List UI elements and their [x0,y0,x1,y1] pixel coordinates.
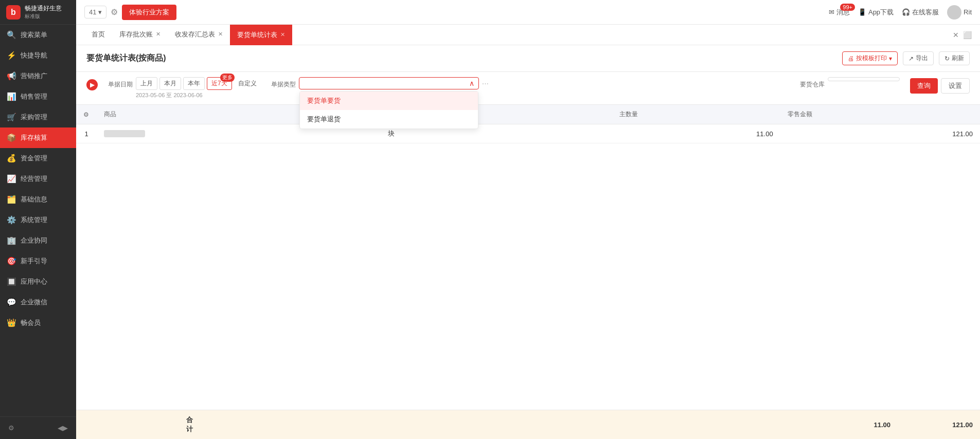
sidebar-icon-basic: 🗂️ [6,194,16,205]
sidebar-icon-member: 👑 [6,318,16,328]
filter-actions: 查询 设置 [910,78,970,94]
topbar-right: ✉ 消息 99+ 📱 App下载 🎧 在线客服 Rit [829,5,972,20]
settings-btn[interactable]: ⚙ [6,422,16,434]
th-qty: 主数量 [612,105,780,124]
sidebar-item-search[interactable]: 🔍搜索菜单 [0,25,76,45]
tabs-container: 首页库存批次账✕收发存汇总表✕要货单统计表✕ [84,25,292,45]
last-month-btn[interactable]: 上月 [136,77,157,90]
date-filter-options: 上月 本月 本年 近7天 更多 自定义 2023-05-06 至 2023-06… [136,77,261,99]
sidebar-label-purchase: 采购管理 [21,113,47,122]
sidebar-logo: b 畅捷通好生意 标准版 [0,0,76,25]
sidebar-item-wechat[interactable]: 💬企业微信 [0,292,76,313]
template-print-button[interactable]: 🖨 按模板打印 ▾ [842,51,898,65]
tabs-bar: 首页库存批次账✕收发存汇总表✕要货单统计表✕ ✕ ⬜ [76,25,980,45]
sidebar-icon-purchase: 🛒 [6,112,16,122]
table-body: 1 块 11.00 121.00 [76,124,980,143]
collapse-btn[interactable]: ◀▶ [56,422,70,434]
online-service-badge[interactable]: 🎧 在线客服 [902,8,939,17]
sidebar-item-operations[interactable]: 📈经营管理 [0,169,76,189]
export-icon: ↗ [908,55,914,62]
sidebar-icon-apps: 🔲 [6,277,16,287]
date-range-text: 2023-05-06 至 2023-06-06 [136,92,261,99]
tab-label-order-summary: 要货单统计表 [237,30,277,40]
type-filter-caret-icon[interactable]: ∧ [469,79,474,87]
tab-label-batch-inventory: 库存批次账 [119,30,153,39]
type-filter-input-wrap[interactable]: ∧ 要货单要货 要货单退货 [299,77,479,89]
topbar: 41 ▾ ⚙ 体验行业方案 ✉ 消息 99+ 📱 App下载 🎧 在线客服 R [76,0,980,25]
page-header-actions: 🖨 按模板打印 ▾ ↗ 导出 ↻ 刷新 [842,51,970,71]
sidebar-icon-wechat: 💬 [6,297,16,307]
sidebar-label-finance: 资金管理 [21,154,47,163]
topbar-left: 41 ▾ ⚙ 体验行业方案 [84,5,823,20]
tab-delivery-summary[interactable]: 收发存汇总表✕ [168,25,230,45]
custom-date-btn[interactable]: 自定义 [234,78,261,89]
sidebar-label-marketing: 营销推广 [21,71,47,81]
sidebar-label-wechat: 企业微信 [21,298,47,307]
type-filter-input[interactable] [304,80,469,87]
sidebar-nav: 🔍搜索菜单⚡快捷导航📢营销推广📊销售管理🛒采购管理📦库存核算💰资金管理📈经营管理… [0,25,76,416]
sidebar-label-sales: 销售管理 [21,92,47,101]
sidebar-item-purchase[interactable]: 🛒采购管理 [0,107,76,127]
close-window-btn[interactable]: ✕ [953,31,959,39]
logo-text: 畅捷通好生意 标准版 [25,5,62,20]
filter-row: ▶ 单据日期 上月 本月 本年 近7天 更多 自定义 2023-05 [76,72,980,105]
filter-more-icon[interactable]: ··· [482,79,489,88]
app-download-badge[interactable]: 📱 App下载 [858,8,894,17]
warehouse-filter-group: 要货仓库 [800,77,900,89]
tab-close-delivery-summary[interactable]: ✕ [218,31,223,38]
branch-dropdown[interactable]: 41 ▾ [84,6,106,19]
user-avatar-area[interactable]: Rit [947,5,972,20]
download-icon: 📱 [858,8,866,16]
sidebar-item-member[interactable]: 👑畅会员 [0,313,76,333]
refresh-button[interactable]: ↻ 刷新 [939,51,970,65]
filter-expand-btn[interactable]: ▶ [86,79,98,90]
sidebar-item-inventory[interactable]: 📦库存核算 [0,127,76,148]
td-amount-0: 121.00 [780,124,980,143]
table-gear-icon[interactable]: ⚙ [83,111,89,118]
warehouse-filter-input[interactable] [828,77,900,81]
recent-7days-btn[interactable]: 近7天 更多 [207,77,232,90]
sidebar-label-quick-nav: 快捷导航 [21,51,47,60]
sidebar-item-enterprise[interactable]: 🏢企业协同 [0,230,76,251]
sidebar-label-apps: 应用中心 [21,277,47,286]
dropdown-item-order-return[interactable]: 要货单退货 [300,110,478,129]
maximize-window-btn[interactable]: ⬜ [963,31,972,39]
export-button[interactable]: ↗ 导出 [903,51,934,65]
sidebar-item-finance[interactable]: 💰资金管理 [0,148,76,169]
sidebar-item-guide[interactable]: 🎯新手引导 [0,251,76,271]
query-button[interactable]: 查询 [910,78,938,94]
sidebar-footer: ⚙ ◀▶ [0,416,76,439]
sidebar-icon-enterprise: 🏢 [6,235,16,246]
tab-close-batch-inventory[interactable]: ✕ [156,31,161,38]
sidebar-label-operations: 经营管理 [21,174,47,184]
sidebar-icon-inventory: 📦 [6,133,16,143]
this-month-btn[interactable]: 本月 [159,77,181,90]
sidebar-item-system[interactable]: ⚙️系统管理 [0,210,76,230]
table-row: 1 块 11.00 121.00 [76,124,980,143]
gear-icon[interactable]: ⚙ [111,7,118,17]
sidebar-item-sales[interactable]: 📊销售管理 [0,86,76,107]
sidebar-icon-search: 🔍 [6,30,16,40]
tab-batch-inventory[interactable]: 库存批次账✕ [112,25,168,45]
sidebar-item-apps[interactable]: 🔲应用中心 [0,271,76,292]
tab-close-order-summary[interactable]: ✕ [280,31,285,38]
tab-home[interactable]: 首页 [84,25,112,45]
logo-icon: b [6,5,21,20]
sidebar-item-marketing[interactable]: 📢营销推广 [0,66,76,86]
messages-badge[interactable]: ✉ 消息 99+ [829,8,850,17]
sidebar-item-basic[interactable]: 🗂️基础信息 [0,189,76,210]
dropdown-item-order-goods[interactable]: 要货单要货 [300,92,478,110]
tab-order-summary[interactable]: 要货单统计表✕ [230,25,292,45]
footer-amount: 121.00 [911,421,973,429]
td-qty-0: 11.00 [612,124,780,143]
sidebar-item-quick-nav[interactable]: ⚡快捷导航 [0,45,76,66]
this-year-btn[interactable]: 本年 [183,77,205,90]
settings-button[interactable]: 设置 [941,78,970,94]
date-filter-label: 单据日期 [108,77,133,89]
tab-label-home: 首页 [92,30,105,39]
trial-button[interactable]: 体验行业方案 [122,5,176,20]
avatar [947,5,961,20]
print-icon: 🖨 [848,55,854,62]
sidebar-label-inventory: 库存核算 [21,133,47,142]
sidebar: b 畅捷通好生意 标准版 🔍搜索菜单⚡快捷导航📢营销推广📊销售管理🛒采购管理📦库… [0,0,76,439]
